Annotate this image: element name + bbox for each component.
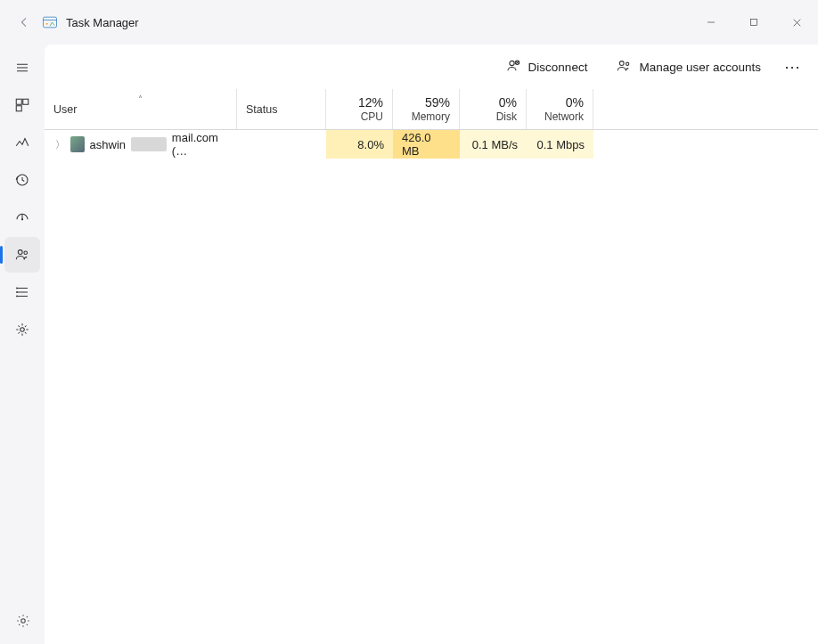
cell-user[interactable]: 〉 ashwin mail.com (… — [45, 130, 237, 159]
col-header-network[interactable]: 0% Network — [527, 89, 593, 129]
svg-point-8 — [18, 250, 22, 255]
cell-cpu: 8.0% — [326, 130, 393, 159]
manage-accounts-label: Manage user accounts — [639, 61, 761, 74]
svg-point-18 — [21, 619, 26, 624]
settings-button[interactable] — [11, 608, 36, 633]
svg-rect-5 — [16, 106, 21, 111]
cell-network: 0.1 Mbps — [527, 130, 593, 159]
col-cpu-value: 12% — [358, 95, 383, 110]
svg-point-9 — [24, 251, 28, 255]
col-status-label: Status — [246, 103, 316, 116]
table-header-row: ˄ User Status 12% CPU 59% Memory 0% Disk — [45, 89, 818, 130]
back-button[interactable] — [11, 9, 37, 36]
svg-point-7 — [21, 218, 23, 220]
svg-rect-4 — [23, 99, 29, 104]
nav-startup[interactable] — [4, 200, 40, 235]
maximize-button[interactable] — [732, 0, 775, 45]
table-row[interactable]: 〉 ashwin mail.com (… 8.0% 426.0 MB 0.1 M… — [45, 130, 818, 159]
page-toolbar: Disconnect Manage user accounts ⋯ — [45, 45, 818, 89]
svg-point-13 — [20, 328, 25, 332]
user-name-prefix: ashwin — [90, 138, 126, 151]
cell-disk: 0.1 MB/s — [460, 130, 527, 159]
col-disk-value: 0% — [499, 95, 517, 110]
col-network-value: 0% — [566, 95, 584, 110]
svg-point-1 — [46, 23, 48, 25]
cell-status — [237, 130, 326, 159]
manage-accounts-icon — [616, 58, 632, 77]
col-header-cpu[interactable]: 12% CPU — [326, 89, 393, 129]
minimize-button[interactable] — [690, 0, 732, 45]
col-user-label: User — [53, 103, 227, 116]
col-disk-label: Disk — [496, 110, 517, 123]
more-options-button[interactable]: ⋯ — [781, 52, 806, 82]
expand-chevron-icon[interactable]: 〉 — [55, 138, 65, 151]
window-title: Task Manager — [66, 16, 139, 29]
col-header-user[interactable]: ˄ User — [45, 89, 237, 129]
svg-point-10 — [17, 288, 18, 289]
user-name-suffix: mail.com (… — [172, 131, 228, 158]
manage-accounts-button[interactable]: Manage user accounts — [607, 53, 770, 82]
col-memory-value: 59% — [425, 95, 450, 110]
col-memory-label: Memory — [412, 110, 450, 123]
col-network-label: Network — [544, 110, 584, 123]
svg-point-11 — [17, 292, 18, 293]
svg-point-12 — [17, 296, 18, 297]
nav-details[interactable] — [4, 274, 40, 310]
app-icon — [41, 13, 59, 31]
nav-app-history[interactable] — [4, 162, 40, 198]
col-header-status[interactable]: Status — [237, 89, 326, 129]
disconnect-label: Disconnect — [528, 61, 588, 74]
nav-services[interactable] — [4, 312, 40, 347]
disconnect-button[interactable]: Disconnect — [496, 53, 597, 82]
nav-hamburger[interactable] — [4, 50, 40, 86]
content-pane: Disconnect Manage user accounts ⋯ ˄ User… — [45, 45, 818, 644]
disconnect-icon — [505, 58, 521, 77]
sidebar — [0, 45, 45, 644]
users-table: ˄ User Status 12% CPU 59% Memory 0% Disk — [45, 89, 818, 159]
col-header-memory[interactable]: 59% Memory — [393, 89, 460, 129]
nav-processes[interactable] — [4, 87, 40, 123]
col-header-disk[interactable]: 0% Disk — [460, 89, 527, 129]
cell-memory: 426.0 MB — [393, 130, 460, 159]
svg-point-17 — [626, 62, 629, 65]
col-cpu-label: CPU — [361, 110, 383, 123]
window-controls — [690, 0, 818, 45]
user-avatar — [70, 136, 85, 152]
svg-rect-3 — [16, 99, 21, 104]
title-bar: Task Manager — [0, 0, 818, 45]
svg-point-16 — [620, 61, 625, 65]
svg-point-14 — [509, 61, 513, 65]
nav-users[interactable] — [4, 237, 40, 273]
nav-performance[interactable] — [4, 125, 40, 160]
sort-indicator-icon: ˄ — [138, 94, 143, 104]
close-button[interactable] — [775, 0, 818, 45]
svg-rect-2 — [751, 20, 757, 26]
redacted-segment — [131, 137, 167, 151]
